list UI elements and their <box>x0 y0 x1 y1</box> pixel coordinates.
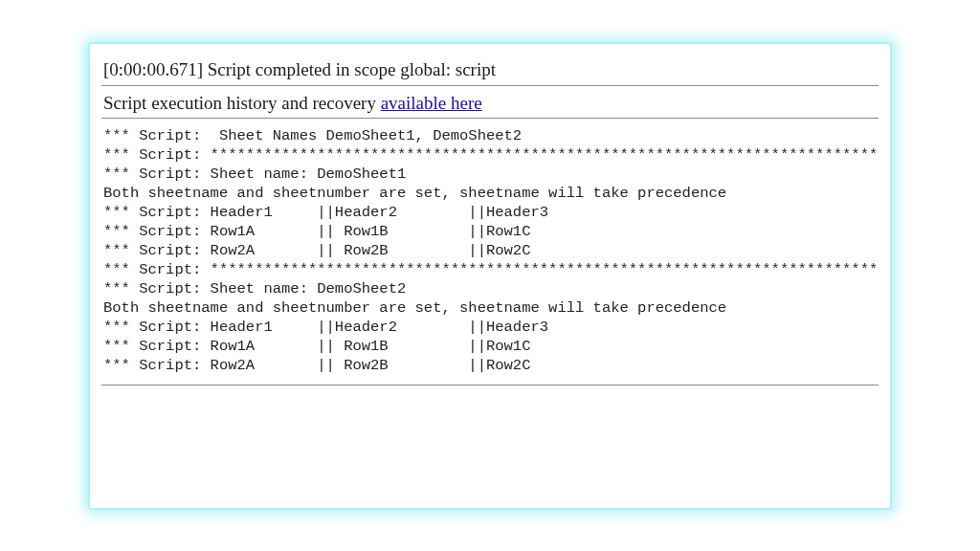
divider <box>101 85 879 86</box>
history-prefix: Script execution history and recovery <box>103 93 381 113</box>
completion-message: [0:00:00.671] Script completed in scope … <box>103 57 879 82</box>
history-link[interactable]: available here <box>381 93 482 113</box>
divider <box>101 385 879 386</box>
divider <box>101 118 879 119</box>
history-line: Script execution history and recovery av… <box>103 93 879 114</box>
script-log: *** Script: Sheet Names DemoSheet1, Demo… <box>103 126 879 375</box>
output-panel: [0:00:00.671] Script completed in scope … <box>90 44 890 508</box>
